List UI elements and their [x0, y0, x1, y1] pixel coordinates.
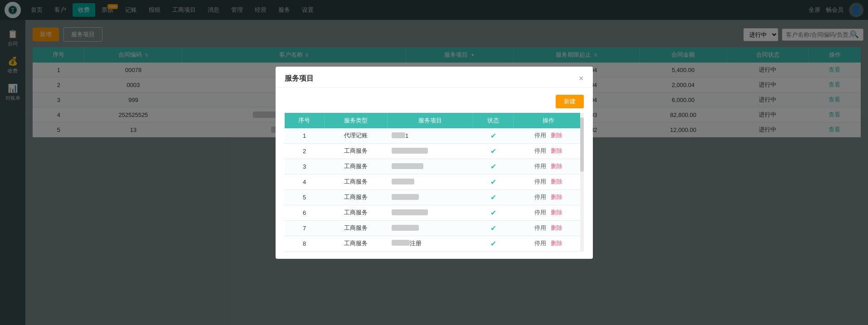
stop-button[interactable]: 停用: [534, 194, 546, 200]
modal-cell-action: 停用 删除: [514, 189, 584, 205]
modal-cell-status: ✔: [473, 236, 514, 251]
modal-th-action: 操作: [514, 113, 584, 128]
scrollbar-track[interactable]: [580, 113, 584, 252]
modal-th-status: 状态: [473, 113, 514, 128]
status-check-icon: ✔: [490, 240, 496, 247]
stop-button[interactable]: 停用: [534, 163, 546, 170]
status-check-icon: ✔: [490, 163, 496, 170]
modal-cell-seq: 5: [285, 189, 325, 205]
modal-table-row: 5 工商服务 ✔ 停用 删除: [285, 189, 584, 205]
modal-close-button[interactable]: ×: [579, 74, 584, 82]
delete-button[interactable]: 删除: [551, 209, 563, 216]
modal-cell-action: 停用 删除: [514, 143, 584, 159]
stop-button[interactable]: 停用: [534, 224, 546, 231]
modal-cell-seq: 4: [285, 174, 325, 189]
delete-button[interactable]: 删除: [551, 163, 563, 170]
modal-table-container[interactable]: 序号 服务类型 服务项目 状态 操作 1 代理记账 1 ✔ 停用 删除 2 工商…: [285, 113, 584, 252]
modal-cell-item: [387, 143, 473, 159]
status-check-icon: ✔: [490, 178, 496, 186]
delete-button[interactable]: 删除: [551, 224, 563, 231]
modal-cell-seq: 2: [285, 143, 325, 159]
modal-cell-action: 停用 删除: [514, 174, 584, 189]
stop-button[interactable]: 停用: [534, 147, 546, 154]
modal-table-row: 8 工商服务 注册 ✔ 停用 删除: [285, 236, 584, 251]
status-check-icon: ✔: [490, 209, 496, 217]
modal-service-table: 序号 服务类型 服务项目 状态 操作 1 代理记账 1 ✔ 停用 删除 2 工商…: [285, 113, 584, 252]
modal-cell-seq: 7: [285, 220, 325, 236]
modal-cell-type: 工商服务: [325, 143, 387, 159]
modal-cell-seq: 8: [285, 236, 325, 251]
modal-cell-item: [387, 189, 473, 205]
modal-cell-action: 停用 删除: [514, 236, 584, 251]
modal-table-row: 6 工商服务 ✔ 停用 删除: [285, 205, 584, 220]
modal-cell-item: 注册: [387, 236, 473, 251]
modal-cell-seq: 3: [285, 159, 325, 174]
delete-button[interactable]: 删除: [551, 132, 563, 139]
stop-button[interactable]: 停用: [534, 178, 546, 185]
modal-new-button[interactable]: 新建: [556, 95, 584, 108]
modal-cell-type: 工商服务: [325, 205, 387, 220]
status-check-icon: ✔: [490, 224, 496, 232]
modal-cell-status: ✔: [473, 220, 514, 236]
service-item-modal: 服务项目 × 新建 序号 服务类型 服务项目 状态 操作: [276, 67, 593, 259]
scrollbar-thumb[interactable]: [580, 117, 584, 172]
modal-th-seq: 序号: [285, 113, 325, 128]
modal-table-row: 7 工商服务 ✔ 停用 删除: [285, 220, 584, 236]
modal-overlay[interactable]: 服务项目 × 新建 序号 服务类型 服务项目 状态 操作: [0, 0, 868, 325]
modal-body: 新建 序号 服务类型 服务项目 状态 操作 1 代理记账: [276, 87, 593, 259]
modal-cell-type: 工商服务: [325, 159, 387, 174]
modal-cell-action: 停用 删除: [514, 205, 584, 220]
modal-table-row: 2 工商服务 ✔ 停用 删除: [285, 143, 584, 159]
modal-cell-item: [387, 205, 473, 220]
delete-button[interactable]: 删除: [551, 147, 563, 154]
modal-cell-action: 停用 删除: [514, 128, 584, 144]
modal-th-item: 服务项目: [387, 113, 473, 128]
modal-header: 服务项目 ×: [276, 67, 593, 87]
modal-cell-action: 停用 删除: [514, 220, 584, 236]
modal-th-type: 服务类型: [325, 113, 387, 128]
delete-button[interactable]: 删除: [551, 240, 563, 247]
modal-cell-type: 工商服务: [325, 174, 387, 189]
modal-table-row: 3 工商服务 ✔ 停用 删除: [285, 159, 584, 174]
modal-cell-item: [387, 174, 473, 189]
modal-table-row: 1 代理记账 1 ✔ 停用 删除: [285, 128, 584, 144]
modal-cell-status: ✔: [473, 128, 514, 144]
stop-button[interactable]: 停用: [534, 132, 546, 139]
modal-cell-status: ✔: [473, 174, 514, 189]
modal-cell-status: ✔: [473, 143, 514, 159]
modal-cell-type: 工商服务: [325, 189, 387, 205]
modal-toolbar: 新建: [285, 95, 584, 108]
modal-cell-type: 工商服务: [325, 220, 387, 236]
modal-cell-action: 停用 删除: [514, 159, 584, 174]
modal-cell-item: [387, 159, 473, 174]
modal-table-row: 4 工商服务 ✔ 停用 删除: [285, 174, 584, 189]
modal-cell-seq: 1: [285, 128, 325, 144]
stop-button[interactable]: 停用: [534, 240, 546, 247]
modal-cell-status: ✔: [473, 159, 514, 174]
modal-cell-status: ✔: [473, 189, 514, 205]
modal-cell-item: [387, 220, 473, 236]
modal-cell-seq: 6: [285, 205, 325, 220]
modal-cell-item: 1: [387, 128, 473, 144]
modal-table-body: 1 代理记账 1 ✔ 停用 删除 2 工商服务 ✔ 停用 删除 3 工商服务 ✔…: [285, 128, 584, 252]
delete-button[interactable]: 删除: [551, 194, 563, 200]
modal-title: 服务项目: [285, 74, 314, 83]
modal-cell-status: ✔: [473, 205, 514, 220]
status-check-icon: ✔: [490, 194, 496, 201]
delete-button[interactable]: 删除: [551, 178, 563, 185]
status-check-icon: ✔: [490, 132, 496, 140]
modal-cell-type: 工商服务: [325, 236, 387, 251]
stop-button[interactable]: 停用: [534, 209, 546, 216]
modal-header-row: 序号 服务类型 服务项目 状态 操作: [285, 113, 584, 128]
modal-cell-type: 代理记账: [325, 128, 387, 144]
status-check-icon: ✔: [490, 147, 496, 155]
